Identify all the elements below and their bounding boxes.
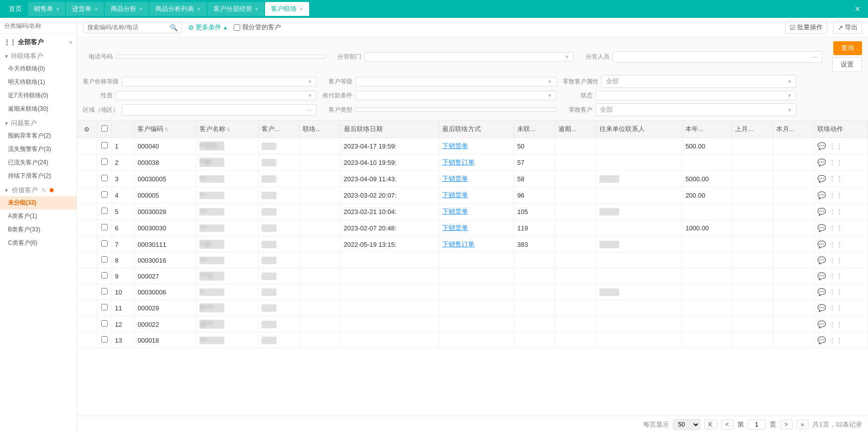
row-checkbox[interactable] <box>97 220 112 236</box>
price-level-input[interactable]: ▼ <box>122 77 317 86</box>
comment-icon[interactable]: 💬 <box>817 224 826 232</box>
row-checkbox[interactable] <box>97 316 112 333</box>
search-icon[interactable]: 🔍 <box>170 24 178 31</box>
row-last-method[interactable]: 下销货单 <box>439 204 514 220</box>
gear-col-header[interactable]: ⚙ <box>77 121 97 138</box>
row-last-method[interactable]: 下销货单 <box>439 220 514 236</box>
nav-home[interactable]: 首页 <box>4 4 27 13</box>
grid-action-icon[interactable]: ⋮⋮ <box>829 175 843 183</box>
row-select-checkbox[interactable] <box>101 191 108 198</box>
all-customers-header[interactable]: ⋮⋮ 全部客户 « <box>0 34 76 49</box>
comment-icon[interactable]: 💬 <box>817 272 826 280</box>
no-contact-col-header[interactable]: 未联... <box>514 121 555 138</box>
payment-input[interactable]: ▼ <box>355 91 556 100</box>
row-last-method[interactable]: 下销货单 <box>439 187 514 204</box>
comment-icon[interactable]: 💬 <box>817 158 826 166</box>
sidebar-item-7days[interactable]: 近7天待联络(0) <box>0 89 76 102</box>
row-checkbox[interactable] <box>97 204 112 220</box>
close-tab-analysis[interactable]: × <box>139 6 142 12</box>
code-col-header[interactable]: 客户编码 ⇅ <box>134 121 197 138</box>
last-month-col-header[interactable]: 上月... <box>732 121 773 138</box>
comment-icon[interactable]: 💬 <box>817 208 826 216</box>
first-page-button[interactable]: K <box>704 420 717 430</box>
comment-icon[interactable]: 💬 <box>817 142 826 150</box>
nav-tab-customer-mgr[interactable]: 客户分层经营 × <box>207 2 264 16</box>
comment-icon[interactable]: 💬 <box>817 256 826 264</box>
my-customers-check[interactable] <box>234 24 240 31</box>
export-button[interactable]: ↗ 导出 <box>833 21 862 34</box>
person-input[interactable]: ··· <box>612 51 822 63</box>
row-last-method[interactable]: 下销货单 <box>439 171 514 187</box>
sidebar-collapse-icon[interactable]: « <box>69 39 72 46</box>
comment-icon[interactable]: 💬 <box>817 175 826 183</box>
sidebar-item-overdue[interactable]: 逾期未联络(30) <box>0 102 76 116</box>
last-date-col-header[interactable]: 最后联络日期 <box>340 121 439 138</box>
close-tab-purchase[interactable]: × <box>94 6 97 12</box>
sidebar-item-churn-warning[interactable]: 流失预警客户(3) <box>0 143 76 156</box>
checkbox-col-header[interactable] <box>97 121 112 138</box>
comment-icon[interactable]: 💬 <box>817 336 826 344</box>
row-select-checkbox[interactable] <box>101 256 108 263</box>
my-customers-checkbox[interactable]: 我分管的客户 <box>234 23 281 32</box>
row-select-checkbox[interactable] <box>101 208 108 214</box>
retail-customer-input[interactable]: 全部▼ <box>596 103 797 116</box>
grid-action-icon[interactable]: ⋮⋮ <box>829 158 843 166</box>
row-select-checkbox[interactable] <box>101 224 108 230</box>
close-tab-sales[interactable]: × <box>56 6 59 12</box>
page-number-input[interactable] <box>748 420 766 430</box>
retail-attr-input[interactable]: 全部▼ <box>601 75 797 88</box>
comment-icon[interactable]: 💬 <box>817 191 826 199</box>
more-icon2[interactable]: ··· <box>307 106 312 114</box>
row-select-checkbox[interactable] <box>101 304 108 310</box>
row-checkbox[interactable] <box>97 154 112 171</box>
refresh-icon[interactable]: ↻ <box>42 187 46 194</box>
contact-col-header[interactable]: 联络... <box>299 121 340 138</box>
grid-action-icon[interactable]: ⋮⋮ <box>829 272 843 280</box>
comment-icon[interactable]: 💬 <box>817 288 826 296</box>
customer-type-input[interactable] <box>355 108 556 112</box>
close-tab-customer-mgr[interactable]: × <box>255 6 258 12</box>
status-input[interactable]: ▼ <box>596 91 797 100</box>
sidebar-item-b-class[interactable]: B类客户(33) <box>0 223 76 236</box>
row-checkbox[interactable] <box>97 253 112 268</box>
row-last-method[interactable] <box>439 300 514 316</box>
sidebar-item-today[interactable]: 今天待联络(0) <box>0 62 76 75</box>
row-last-method[interactable] <box>439 285 514 300</box>
contacts-col-header[interactable]: 往来单位联系人 <box>597 121 682 138</box>
sidebar-item-churned[interactable]: 已流失客户(24) <box>0 156 76 169</box>
grid-action-icon[interactable]: ⋮⋮ <box>829 142 843 150</box>
comment-icon[interactable]: 💬 <box>817 320 826 328</box>
this-month-col-header[interactable]: 本月... <box>773 121 814 138</box>
sidebar-item-tomorrow[interactable]: 明天待联络(1) <box>0 75 76 89</box>
nav-tab-sales[interactable]: 销售单 × <box>28 2 65 16</box>
select-all-checkbox[interactable] <box>101 125 108 132</box>
sidebar-item-c-class[interactable]: C类客户(6) <box>0 236 76 250</box>
row-checkbox[interactable] <box>97 138 112 154</box>
search-box[interactable]: 🔍 <box>83 22 182 33</box>
grid-action-icon[interactable]: ⋮⋮ <box>829 336 843 344</box>
search-input[interactable] <box>87 24 168 31</box>
nature-input[interactable]: ▼ <box>116 91 317 100</box>
type-col-header[interactable]: 客户... <box>258 121 299 138</box>
comment-icon[interactable]: 💬 <box>817 240 826 248</box>
next-page-button[interactable]: > <box>780 420 793 430</box>
window-close-button[interactable]: × <box>851 4 864 14</box>
row-last-method[interactable] <box>439 316 514 333</box>
nav-tab-analysis[interactable]: 商品分析 × <box>105 2 148 16</box>
batch-ops-button[interactable]: ☑ 批量操作 <box>785 21 827 34</box>
grid-action-icon[interactable]: ⋮⋮ <box>829 208 843 216</box>
last-page-button[interactable]: » <box>797 420 809 430</box>
phone-input[interactable] <box>116 55 326 59</box>
sidebar-item-ungrouped[interactable]: 未分组(32) <box>0 196 76 210</box>
row-checkbox[interactable] <box>97 300 112 316</box>
group-problem-customers[interactable]: ▼ 问题客户 <box>0 116 76 129</box>
reset-button[interactable]: 设置 <box>832 57 862 72</box>
nav-tab-purchase[interactable]: 进货单 × <box>66 2 103 16</box>
row-last-method[interactable]: 下销货单 <box>439 138 514 154</box>
grid-action-icon[interactable]: ⋮⋮ <box>829 224 843 232</box>
comment-icon[interactable]: 💬 <box>817 304 826 312</box>
row-checkbox[interactable] <box>97 333 112 348</box>
group-value-customers[interactable]: ▼ 价值客户 ↻ <box>0 183 76 196</box>
row-last-method[interactable]: 下销售订单 <box>439 236 514 253</box>
row-checkbox[interactable] <box>97 187 112 204</box>
